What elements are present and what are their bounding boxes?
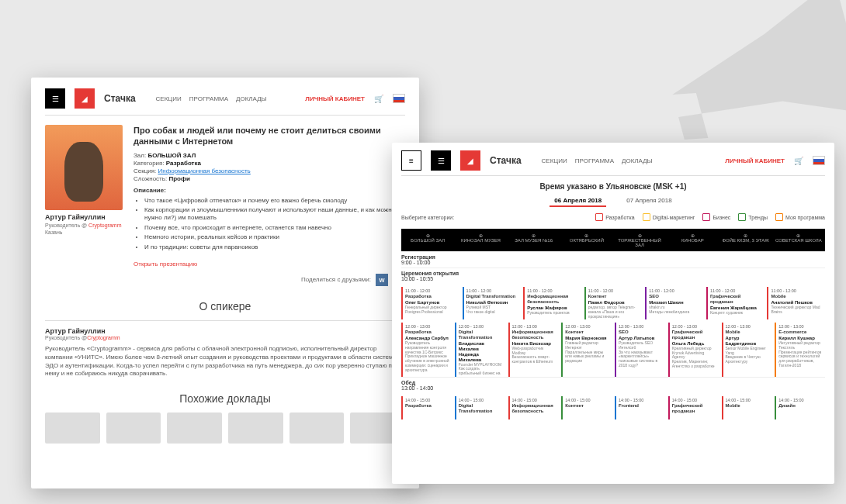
speaker-page-window: ☰ ◢ Стачка СЕКЦИИ ПРОГРАММА ДОКЛАДЫ ЛИЧН…	[31, 78, 419, 488]
schedule-slot[interactable]: 11:00 - 12:00Графический продакшнЕвгения…	[706, 287, 765, 319]
similar-card[interactable]	[167, 413, 222, 444]
logo-icon[interactable]: ◢	[460, 150, 480, 171]
room-header: ⊕ЗАЛ МУЗЕЯ №16	[508, 231, 560, 249]
cat-dev[interactable]: Разработка	[595, 213, 634, 221]
category-row: Категория: Разработка	[133, 160, 405, 167]
header: ≡ ☰ ◢ Стачка СЕКЦИИ ПРОГРАММА ДОКЛАДЫ ЛИ…	[401, 150, 825, 176]
desc-item: И по традиции: советы для параноиков	[144, 243, 405, 251]
logo-icon[interactable]: ◢	[75, 88, 95, 109]
schedule-body-3: 14:00 - 15:00Разработка14:00 - 15:00Digi…	[401, 396, 825, 419]
similar-card[interactable]	[106, 413, 161, 444]
cat-label: Выберите категории:	[401, 215, 454, 220]
schedule-slot[interactable]: 12:00 - 13:00Информационная безопасность…	[508, 323, 559, 377]
room-header: ⊕ФОЙЕ ККЗМ, 3 ЭТАЖ	[719, 231, 772, 249]
schedule-slot[interactable]: 14:00 - 15:00Дизайн	[775, 396, 825, 419]
schedule-slot[interactable]: 14:00 - 15:00Разработка	[401, 396, 452, 419]
schedule-slot[interactable]: 11:00 - 12:00SEOМихаил Шакинshakin.ruМет…	[645, 287, 703, 319]
about-body: Руководитель «Cryptogramm» - сервиса для…	[45, 345, 405, 378]
schedule-slot[interactable]: 14:00 - 15:00Графический продакшн	[668, 396, 719, 419]
schedule-slot[interactable]: 12:00 - 13:00РазработкаАлександр СербулР…	[401, 323, 452, 377]
registration-row: Регистрация 9:00 - 10:00	[401, 251, 825, 268]
talk-column: Про собак и людей или почему не стоит де…	[133, 125, 405, 268]
cabinet-link[interactable]: ЛИЧНЫЙ КАБИНЕТ	[305, 95, 365, 102]
talk-title: Про собак и людей или почему не стоит де…	[133, 125, 405, 147]
schedule-slot[interactable]: 11:00 - 12:00Digital TransformationНикол…	[463, 287, 521, 319]
desc-item: Как корпорации и злоумышленники получают…	[144, 206, 405, 223]
top-nav: СЕКЦИИ ПРОГРАММА ДОКЛАДЫ	[542, 157, 653, 164]
speaker-role: Руководитель @ Cryptogramm	[45, 223, 123, 228]
cart-icon[interactable]: 🛒	[794, 157, 803, 165]
desc-item: Что такое «Цифровой отпечаток» и почему …	[144, 197, 405, 205]
lunch-row: Обед 13:00 - 14:00	[401, 377, 825, 393]
schedule-slot[interactable]: 11:00 - 12:00КонтентПавел Федоровредакто…	[584, 287, 643, 319]
schedule-slot[interactable]: 12:00 - 13:00E-commerceКирилл КушнарИнту…	[775, 323, 825, 377]
similar-title: Похожие доклады	[45, 392, 405, 405]
speaker-column: Артур Гайнуллин Руководитель @ Cryptogra…	[45, 125, 123, 268]
avatar	[45, 125, 123, 210]
brand: Стачка	[490, 155, 522, 166]
schedule-body: 11:00 - 12:00РазработкаОлег БартуновГене…	[401, 287, 825, 319]
desc-label: Описание:	[133, 187, 405, 194]
room-header: ⊕БОЛЬШОЙ ЗАЛ	[401, 231, 454, 249]
timezone-title: Время указано в Ульяновске (MSK +1)	[401, 182, 825, 191]
similar-card[interactable]	[45, 413, 100, 444]
schedule-slot[interactable]: 12:00 - 13:00SEOАртур ЛатыповРуководител…	[615, 323, 665, 377]
open-presentation-link[interactable]: Открыть презентацию	[133, 261, 197, 268]
nav-program[interactable]: ПРОГРАММА	[189, 95, 228, 102]
cat-my[interactable]: Моя программа	[775, 213, 825, 221]
nav-sections[interactable]: СЕКЦИИ	[542, 157, 567, 164]
schedule-slot[interactable]: 12:00 - 13:00Графический продакшнОльга Л…	[668, 323, 719, 377]
cart-icon[interactable]: 🛒	[374, 95, 383, 103]
about-role: Руководитель @Cryptogramm	[45, 335, 405, 340]
level-row: Сложность: Профи	[133, 175, 405, 182]
cat-biz[interactable]: Бизнес	[702, 213, 730, 221]
schedule-slot[interactable]: 12:00 - 13:00КонтентМария ВерноковяГлавн…	[561, 323, 612, 377]
share-row: Поделиться с друзьями: w f	[45, 274, 405, 286]
cat-dm[interactable]: Digital-маркетинг	[643, 213, 695, 221]
desc-item: Почему все, что происходит в интернете, …	[144, 224, 405, 232]
share-label: Поделиться с друзьями:	[301, 276, 371, 283]
schedule-slot[interactable]: 14:00 - 15:00Frontend	[615, 396, 665, 419]
header: ☰ ◢ Стачка СЕКЦИИ ПРОГРАММА ДОКЛАДЫ ЛИЧН…	[45, 88, 405, 116]
desc-item: Немного истории, реальных кейсов и практ…	[144, 233, 405, 241]
brand: Стачка	[104, 93, 136, 104]
cabinet-link[interactable]: ЛИЧНЫЙ КАБИНЕТ	[725, 157, 785, 164]
similar-card[interactable]	[228, 413, 283, 444]
menu-icon[interactable]: ≡	[401, 150, 421, 171]
menu-icon[interactable]: ☰	[45, 88, 65, 109]
rooms-bar: ⊕БОЛЬШОЙ ЗАЛ ⊕КИНОЗАЛ МУЗЕЯ ⊕ЗАЛ МУЗЕЯ №…	[401, 229, 825, 251]
top-nav: СЕКЦИИ ПРОГРАММА ДОКЛАДЫ	[156, 95, 267, 102]
lang-flag-icon[interactable]	[393, 94, 405, 103]
nav-program[interactable]: ПРОГРАММА	[575, 157, 614, 164]
room-header: ⊕ОКТЯБРЬСКИЙ	[560, 231, 613, 249]
about-title: О спикере	[45, 300, 405, 312]
speaker-city: Казань	[45, 230, 123, 235]
lang-flag-icon[interactable]	[813, 156, 825, 165]
schedule-slot[interactable]: 14:00 - 15:00Digital Transformation	[455, 396, 505, 419]
cat-trend[interactable]: Тренды	[738, 213, 768, 221]
nav-sections[interactable]: СЕКЦИИ	[156, 95, 182, 102]
speaker-name: Артур Гайнуллин	[45, 213, 123, 221]
schedule-slot[interactable]: 14:00 - 15:00Контент	[561, 396, 612, 419]
about-name: Артур Гайнуллин	[45, 320, 405, 335]
schedule-slot[interactable]: 14:00 - 15:00Информационная безопасность	[508, 396, 559, 419]
schedule-slot[interactable]: 11:00 - 12:00Информационная безопасность…	[523, 287, 581, 319]
schedule-window: ≡ ☰ ◢ Стачка СЕКЦИИ ПРОГРАММА ДОКЛАДЫ ЛИ…	[392, 143, 834, 484]
room-header: ⊕СОВЕТСКАЯ ШКОЛА	[772, 231, 825, 249]
desc-list: Что такое «Цифровой отпечаток» и почему …	[144, 197, 405, 251]
menu-icon-dark[interactable]: ☰	[431, 150, 451, 171]
date-tab-2[interactable]: 07 Апреля 2018	[622, 195, 676, 207]
schedule-slot[interactable]: 11:00 - 12:00MobileАнатолий ПешковТехнич…	[767, 287, 825, 319]
similar-row	[45, 413, 405, 444]
similar-card[interactable]	[290, 413, 345, 444]
date-tab-1[interactable]: 06 Апреля 2018	[550, 195, 606, 207]
schedule-slot[interactable]: 11:00 - 12:00РазработкаОлег БартуновГене…	[401, 287, 459, 319]
nav-talks[interactable]: ДОКЛАДЫ	[622, 157, 653, 164]
section-row: Секция: Информационная безопасность	[133, 167, 405, 174]
nav-talks[interactable]: ДОКЛАДЫ	[236, 95, 267, 102]
schedule-slot[interactable]: 12:00 - 13:00Digital TransformationВлади…	[455, 323, 505, 377]
schedule-slot[interactable]: 12:00 - 13:00MobileАртур БадретдиновSeni…	[722, 323, 772, 377]
date-tabs: 06 Апреля 2018 07 Апреля 2018	[401, 195, 825, 207]
vk-icon[interactable]: w	[376, 274, 388, 286]
schedule-slot[interactable]: 14:00 - 15:00Mobile	[722, 396, 772, 419]
